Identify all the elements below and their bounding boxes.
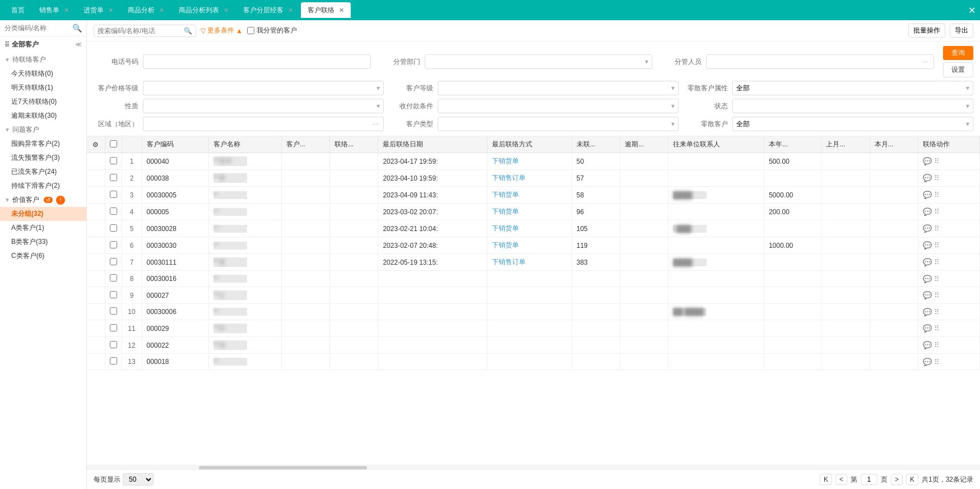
row-checkbox[interactable] <box>110 258 117 265</box>
department-select[interactable]: ▾ <box>425 54 653 69</box>
checkbox-cell[interactable] <box>105 320 122 337</box>
checkbox-cell[interactable] <box>105 354 122 370</box>
sidebar-item-overdue[interactable]: 逾期未联络(30) <box>0 109 86 123</box>
tab-sales[interactable]: 销售单 ✕ <box>32 2 76 18</box>
message-icon[interactable]: 💬 <box>923 241 932 250</box>
sidebar-item-churn-warning[interactable]: 流失预警客户(3) <box>0 151 86 165</box>
sidebar-item-c-class[interactable]: C类客户(6) <box>0 249 86 263</box>
ellipsis-icon[interactable]: ··· <box>370 120 380 128</box>
prev-page-button[interactable]: < <box>835 474 847 485</box>
last-contact-date-column-header[interactable]: 最后联络日期 <box>378 136 487 153</box>
problem-customers-group[interactable]: ▼ 问题客户 <box>0 123 86 137</box>
tab-customer-contact-close[interactable]: ✕ <box>339 7 344 14</box>
payment-select[interactable]: ▾ <box>438 99 679 113</box>
checkbox-cell[interactable] <box>105 237 122 254</box>
last-contact-method-cell[interactable]: 下销货单 <box>487 153 572 170</box>
more-conditions-button[interactable]: ▽ 更多条件 ▲ <box>201 26 243 35</box>
this-month-column-header[interactable]: 本月... <box>870 136 918 153</box>
sidebar-item-stockpile-abnormal[interactable]: 囤购异常客户(2) <box>0 137 86 151</box>
row-checkbox[interactable] <box>110 157 117 164</box>
this-year-column-header[interactable]: 本年... <box>764 136 821 153</box>
query-button[interactable]: 查询 <box>943 46 973 60</box>
tab-purchase-close[interactable]: ✕ <box>108 7 113 14</box>
overdue-column-header[interactable]: 逾期... <box>620 136 668 153</box>
select-all-checkbox[interactable] <box>110 140 117 147</box>
message-icon[interactable]: 💬 <box>923 207 932 216</box>
checkbox-cell[interactable] <box>105 153 122 170</box>
value-customers-group[interactable]: ▼ 价值客户 ↺ ! <box>0 193 86 207</box>
last-contact-method-cell[interactable]: 下销货单 <box>487 204 572 220</box>
checkbox-cell[interactable] <box>105 287 122 304</box>
sidebar-item-a-class[interactable]: A类客户(1) <box>0 221 86 235</box>
grid-action-icon[interactable]: ⠿ <box>934 358 940 366</box>
code-column-header[interactable]: 客户编码 <box>142 136 208 153</box>
phone-input[interactable] <box>143 54 371 69</box>
grid-action-icon[interactable]: ⠿ <box>934 291 940 299</box>
checkbox-cell[interactable] <box>105 170 122 187</box>
last-contact-method-cell[interactable]: 下销售订单 <box>487 254 572 271</box>
sidebar-item-tomorrow-pending[interactable]: 明天待联络(1) <box>0 81 86 95</box>
checkbox-cell[interactable] <box>105 220 122 237</box>
price-level-select[interactable]: ▾ <box>143 81 384 95</box>
grid-action-icon[interactable]: ⠿ <box>934 207 940 216</box>
tab-customer-segment-close[interactable]: ✕ <box>288 7 293 14</box>
last-page-button[interactable]: K <box>906 474 918 485</box>
retail-attr-select[interactable]: 全部 ▾ <box>732 81 973 95</box>
sidebar-item-churned[interactable]: 已流失客户(24) <box>0 165 86 179</box>
checkbox-cell[interactable] <box>105 337 122 354</box>
tab-customer-contact[interactable]: 客户联络 ✕ <box>301 2 351 18</box>
next-page-button[interactable]: > <box>891 474 903 485</box>
horizontal-scrollbar[interactable] <box>87 465 980 469</box>
contact-method-link[interactable]: 下销售订单 <box>492 174 526 182</box>
tab-product-analysis-list-close[interactable]: ✕ <box>224 7 229 14</box>
my-customers-checkbox[interactable] <box>247 27 254 34</box>
tab-product-analysis-list[interactable]: 商品分析列表 ✕ <box>172 2 235 18</box>
grid-action-icon[interactable]: ⠿ <box>934 241 940 250</box>
grid-action-icon[interactable]: ⠿ <box>934 191 940 199</box>
nature-select[interactable]: ▾ <box>143 99 384 113</box>
checkbox-cell[interactable] <box>105 204 122 220</box>
sidebar-item-7day-pending[interactable]: 近7天待联络(0) <box>0 95 86 109</box>
row-checkbox[interactable] <box>110 224 117 232</box>
message-icon[interactable]: 💬 <box>923 358 932 366</box>
contact-method-link[interactable]: 下销货单 <box>492 191 519 199</box>
type-column-header[interactable]: 客户... <box>281 136 329 153</box>
search-icon[interactable]: 🔍 <box>184 27 192 35</box>
grid-action-icon[interactable]: ⠿ <box>934 308 940 316</box>
last-contact-method-column-header[interactable]: 最后联络方式 <box>487 136 572 153</box>
status-select[interactable]: ▾ <box>732 99 973 113</box>
row-checkbox[interactable] <box>110 274 117 282</box>
checkbox-cell[interactable] <box>105 187 122 204</box>
tab-purchase[interactable]: 进货单 ✕ <box>77 2 120 18</box>
customer-level-select[interactable]: ▾ <box>438 81 679 95</box>
last-contact-method-cell[interactable]: 下销售订单 <box>487 170 572 187</box>
row-checkbox[interactable] <box>110 357 117 365</box>
checkbox-cell[interactable] <box>105 271 122 287</box>
reset-button[interactable]: 设置 <box>943 62 973 77</box>
no-contact-column-header[interactable]: 未联... <box>572 136 620 153</box>
message-icon[interactable]: 💬 <box>923 291 932 299</box>
nav-close-button[interactable]: ✕ <box>968 5 976 16</box>
tab-home[interactable]: 首页 <box>4 2 31 18</box>
message-icon[interactable]: 💬 <box>923 174 932 182</box>
checkbox-column-header[interactable] <box>105 136 122 153</box>
sidebar-search-input[interactable] <box>4 24 72 32</box>
message-icon[interactable]: 💬 <box>923 324 932 333</box>
message-icon[interactable]: 💬 <box>923 191 932 199</box>
last-month-column-header[interactable]: 上月... <box>821 136 870 153</box>
sidebar-item-ungroup[interactable]: 未分组(32) <box>0 207 86 221</box>
first-page-button[interactable]: K <box>820 474 832 485</box>
grid-action-icon[interactable]: ⠿ <box>934 275 940 283</box>
row-checkbox[interactable] <box>110 324 117 331</box>
message-icon[interactable]: 💬 <box>923 275 932 283</box>
sidebar-item-declining[interactable]: 持续下滑客户(2) <box>0 179 86 193</box>
row-checkbox[interactable] <box>110 291 117 298</box>
export-button[interactable]: 导出 <box>950 24 973 38</box>
contact-method-link[interactable]: 下销货单 <box>492 157 519 165</box>
contact-method-link[interactable]: 下销货单 <box>492 224 519 232</box>
sidebar-item-b-class[interactable]: B类客户(33) <box>0 235 86 249</box>
tab-product-analysis[interactable]: 商品分析 ✕ <box>121 2 171 18</box>
checkbox-cell[interactable] <box>105 304 122 320</box>
page-number-input[interactable] <box>861 474 877 485</box>
last-contact-method-cell[interactable]: 下销货单 <box>487 220 572 237</box>
